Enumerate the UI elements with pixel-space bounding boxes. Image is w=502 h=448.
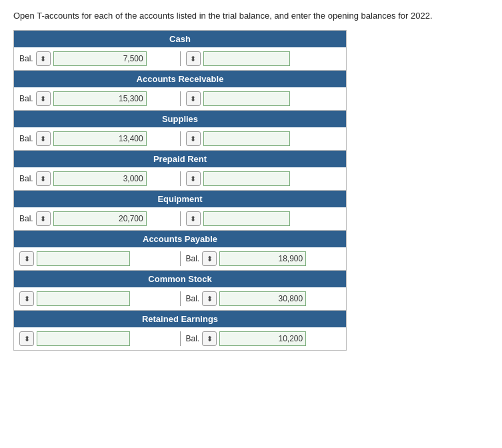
bal-label-left-prepaid-rent: Bal. <box>19 174 33 183</box>
input-left-accounts-receivable[interactable] <box>53 91 147 106</box>
account-row-equipment: Bal.⬍⬍ <box>14 207 346 230</box>
left-group-common-stock: ⬍ <box>19 291 175 306</box>
select-right-common-stock[interactable]: ⬍ <box>202 291 217 306</box>
account-header-supplies: Supplies <box>14 111 346 127</box>
instruction-text: Open T-accounts for each of the accounts… <box>13 11 489 21</box>
input-right-equipment[interactable] <box>203 211 290 226</box>
input-left-cash[interactable] <box>53 51 147 66</box>
account-header-equipment: Equipment <box>14 191 346 207</box>
account-header-cash: Cash <box>14 31 346 47</box>
t-accounts-container: CashBal.⬍⬍Accounts ReceivableBal.⬍⬍Suppl… <box>13 30 347 351</box>
input-left-retained-earnings[interactable] <box>37 331 130 346</box>
input-right-supplies[interactable] <box>203 131 290 146</box>
input-left-supplies[interactable] <box>53 131 147 146</box>
input-right-accounts-receivable[interactable] <box>203 91 290 106</box>
select-right-accounts-payable[interactable]: ⬍ <box>202 251 217 266</box>
divider-common-stock <box>180 291 181 306</box>
select-right-cash[interactable]: ⬍ <box>186 51 201 66</box>
divider-supplies <box>180 131 181 146</box>
select-right-accounts-receivable[interactable]: ⬍ <box>186 91 201 106</box>
left-group-supplies: Bal.⬍ <box>19 131 175 146</box>
account-header-accounts-payable: Accounts Payable <box>14 231 346 247</box>
select-left-equipment[interactable]: ⬍ <box>36 211 51 226</box>
bal-label-left-equipment: Bal. <box>19 214 33 223</box>
left-group-accounts-receivable: Bal.⬍ <box>19 91 175 106</box>
bal-label-left-supplies: Bal. <box>19 134 33 143</box>
bal-label-right-accounts-payable: Bal. <box>186 254 200 263</box>
divider-accounts-payable <box>180 251 181 266</box>
right-group-supplies: ⬍ <box>186 131 341 146</box>
account-header-prepaid-rent: Prepaid Rent <box>14 151 346 167</box>
account-header-accounts-receivable: Accounts Receivable <box>14 71 346 87</box>
divider-equipment <box>180 211 181 226</box>
select-left-cash[interactable]: ⬍ <box>36 51 51 66</box>
account-section-supplies: SuppliesBal.⬍⬍ <box>14 111 346 151</box>
bal-label-left-cash: Bal. <box>19 54 33 63</box>
account-row-accounts-payable: ⬍Bal.⬍ <box>14 247 346 270</box>
right-group-accounts-payable: Bal.⬍ <box>186 251 341 266</box>
bal-label-right-retained-earnings: Bal. <box>186 334 200 343</box>
account-row-accounts-receivable: Bal.⬍⬍ <box>14 87 346 110</box>
right-group-accounts-receivable: ⬍ <box>186 91 341 106</box>
account-row-common-stock: ⬍Bal.⬍ <box>14 287 346 310</box>
left-group-accounts-payable: ⬍ <box>19 251 175 266</box>
divider-prepaid-rent <box>180 171 181 186</box>
input-right-cash[interactable] <box>203 51 290 66</box>
right-group-equipment: ⬍ <box>186 211 341 226</box>
select-right-retained-earnings[interactable]: ⬍ <box>202 331 217 346</box>
input-right-accounts-payable[interactable] <box>219 251 306 266</box>
account-row-supplies: Bal.⬍⬍ <box>14 127 346 150</box>
select-left-retained-earnings[interactable]: ⬍ <box>19 331 34 346</box>
input-left-equipment[interactable] <box>53 211 147 226</box>
bal-label-right-common-stock: Bal. <box>186 294 200 303</box>
select-left-supplies[interactable]: ⬍ <box>36 131 51 146</box>
select-left-accounts-receivable[interactable]: ⬍ <box>36 91 51 106</box>
divider-retained-earnings <box>180 331 181 346</box>
account-row-prepaid-rent: Bal.⬍⬍ <box>14 167 346 190</box>
left-group-prepaid-rent: Bal.⬍ <box>19 171 175 186</box>
account-section-accounts-payable: Accounts Payable⬍Bal.⬍ <box>14 231 346 271</box>
account-section-common-stock: Common Stock⬍Bal.⬍ <box>14 271 346 311</box>
select-right-prepaid-rent[interactable]: ⬍ <box>186 171 201 186</box>
account-header-retained-earnings: Retained Earnings <box>14 311 346 327</box>
input-right-prepaid-rent[interactable] <box>203 171 290 186</box>
select-left-accounts-payable[interactable]: ⬍ <box>19 251 34 266</box>
account-row-retained-earnings: ⬍Bal.⬍ <box>14 327 346 350</box>
input-left-common-stock[interactable] <box>37 291 130 306</box>
account-section-equipment: EquipmentBal.⬍⬍ <box>14 191 346 231</box>
input-left-prepaid-rent[interactable] <box>53 171 147 186</box>
account-section-accounts-receivable: Accounts ReceivableBal.⬍⬍ <box>14 71 346 111</box>
right-group-prepaid-rent: ⬍ <box>186 171 341 186</box>
select-left-prepaid-rent[interactable]: ⬍ <box>36 171 51 186</box>
account-row-cash: Bal.⬍⬍ <box>14 47 346 70</box>
left-group-cash: Bal.⬍ <box>19 51 175 66</box>
right-group-common-stock: Bal.⬍ <box>186 291 341 306</box>
input-right-retained-earnings[interactable] <box>219 331 306 346</box>
bal-label-left-accounts-receivable: Bal. <box>19 94 33 103</box>
input-right-common-stock[interactable] <box>219 291 306 306</box>
account-section-retained-earnings: Retained Earnings⬍Bal.⬍ <box>14 311 346 350</box>
divider-accounts-receivable <box>180 91 181 106</box>
account-section-cash: CashBal.⬍⬍ <box>14 31 346 71</box>
input-left-accounts-payable[interactable] <box>37 251 130 266</box>
account-section-prepaid-rent: Prepaid RentBal.⬍⬍ <box>14 151 346 191</box>
select-left-common-stock[interactable]: ⬍ <box>19 291 34 306</box>
left-group-equipment: Bal.⬍ <box>19 211 175 226</box>
select-right-supplies[interactable]: ⬍ <box>186 131 201 146</box>
account-header-common-stock: Common Stock <box>14 271 346 287</box>
left-group-retained-earnings: ⬍ <box>19 331 175 346</box>
divider-cash <box>180 51 181 66</box>
select-right-equipment[interactable]: ⬍ <box>186 211 201 226</box>
right-group-retained-earnings: Bal.⬍ <box>186 331 341 346</box>
right-group-cash: ⬍ <box>186 51 341 66</box>
